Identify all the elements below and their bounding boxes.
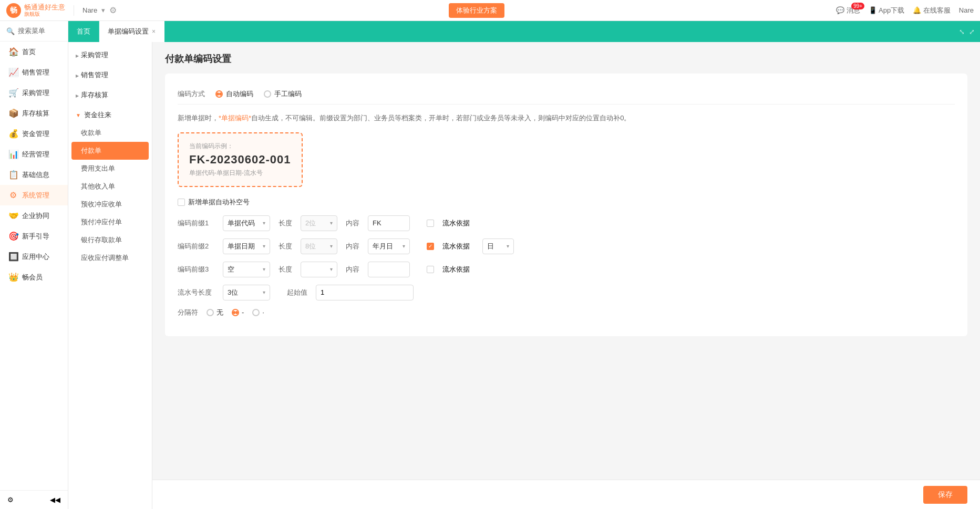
sidebar-search[interactable]: 🔍 搜索菜单 [0,21,68,41]
sidebar-item-operations[interactable]: 📊 经营管理 [0,144,68,164]
user-name[interactable]: Nare [959,6,974,14]
topbar: 畅 畅通通好生意 旗舰版 Nare ▾ ⚙ 体验行业方案 💬 消息 99+ 📱 … [0,0,980,21]
sidebar-item-member[interactable]: 👑 畅会员 [0,267,68,287]
trial-button[interactable]: 体验行业方案 [449,3,504,18]
separator-dot[interactable]: - [232,308,244,316]
start-value-label: 起始值 [287,288,307,297]
prefix-arrow-1: ▾ [263,220,265,226]
app-download-icon: 📱 [869,6,877,14]
tab-bar: 首页 单据编码设置 × ⤡ ⤢ [68,21,980,42]
content-select-2[interactable]: 年月日 ▾ [368,238,410,254]
sub-group-arrow-purchase [76,53,79,58]
sidebar-item-sales[interactable]: 📈 销售管理 [0,62,68,82]
auto-encoding-radio[interactable]: 自动编码 [215,89,253,99]
separator-none-dot [207,309,214,316]
tab-home[interactable]: 首页 [68,21,99,42]
logo-icon: 畅 [6,3,21,18]
prefix-value-2: 单据日期 [228,242,255,251]
sidebar: 🔍 搜索菜单 🏠 首页 📈 销售管理 🛒 采购管理 📦 库存核算 💰 [0,21,68,509]
sub-group-label-sales: 销售管理 [81,70,108,80]
sub-leaf-pre-payment[interactable]: 预付冲应付单 [68,213,152,231]
content-value-1: FK [368,215,410,231]
sidebar-item-enterprise[interactable]: 🤝 企业协同 [0,205,68,226]
serial-length-label: 流水号长度 [178,288,214,297]
sidebar-label-apps: 应用中心 [22,252,49,262]
enterprise-icon: 🤝 [8,211,18,221]
sidebar-label-home: 首页 [22,47,36,57]
topbar-settings-icon[interactable]: ⚙ [109,5,117,15]
content-label-2: 内容 [346,242,359,251]
sidebar-item-finance[interactable]: 💰 资金管理 [0,123,68,144]
length-select-3[interactable]: ▾ [301,262,337,277]
sidebar-item-home[interactable]: 🏠 首页 [0,41,68,62]
messages-button[interactable]: 💬 消息 99+ [836,6,860,15]
sidebar-footer-settings-icon[interactable]: ⚙ [7,496,14,504]
sub-group-arrow-capital: ▼ [76,112,81,118]
serial-length-value: 3位 [228,288,238,297]
finance-icon: 💰 [8,129,18,139]
tab-close-icon[interactable]: × [152,28,156,35]
prefix-select-3[interactable]: 空 ▾ [223,262,270,277]
sidebar-footer: ⚙ ◀◀ [0,490,68,509]
preview-parts: 单据代码-单据日期-流水号 [189,169,291,178]
tab-minimize-icon[interactable]: ⤡ [959,28,965,36]
sub-group-title-purchase[interactable]: 采购管理 [68,46,152,64]
watermark-checkbox-2[interactable]: ✓ [427,243,434,250]
sub-leaf-expense[interactable]: 费用支出单 [68,160,152,178]
customer-service-icon: 🔔 [913,6,921,14]
tab-encoding[interactable]: 单据编码设置 × [99,21,164,42]
length-select-2[interactable]: 8位 ▾ [301,238,337,254]
save-button[interactable]: 保存 [923,486,967,504]
auto-fill-checkbox[interactable] [178,199,185,206]
customer-service-button[interactable]: 🔔 在线客服 [913,6,951,15]
prefix-select-1[interactable]: 单据代码 ▾ [223,215,270,231]
sub-group-title-sales[interactable]: 销售管理 [68,66,152,84]
content-arrow-2: ▾ [403,243,405,249]
sidebar-item-apps[interactable]: 🔲 应用中心 [0,246,68,267]
footer-bar: 保存 [152,480,980,509]
prefix-select-2[interactable]: 单据日期 ▾ [223,238,270,254]
sidebar-label-member: 畅会员 [22,273,43,282]
sub-group-label-purchase: 采购管理 [81,50,108,60]
watermark-label-3: 流水依据 [442,265,470,274]
separator-dot-label: - [242,308,244,316]
content-label-1: 内容 [346,219,359,228]
sidebar-search-label: 搜索菜单 [18,26,45,36]
sidebar-item-basic[interactable]: 📋 基础信息 [0,164,68,185]
tab-maximize-icon[interactable]: ⤢ [969,28,975,36]
manual-encoding-radio[interactable]: 手工编码 [264,89,302,99]
sub-leaf-adjustment[interactable]: 应收应付调整单 [68,249,152,267]
length-value-2: 8位 [305,242,316,251]
watermark-label-1: 流水依据 [442,219,470,228]
sub-group-title-capital[interactable]: ▼ 资金往来 [68,106,152,124]
length-select-1[interactable]: 2位 ▾ [301,215,337,231]
sidebar-footer-collapse-icon[interactable]: ◀◀ [50,496,60,504]
app-download-button[interactable]: 📱 App下载 [869,6,904,15]
separator-none[interactable]: 无 [207,308,223,317]
watermark-checkbox-1[interactable] [427,220,434,227]
tab-bar-right: ⤡ ⤢ [959,28,975,36]
sub-group-title-inventory[interactable]: 库存核算 [68,86,152,104]
sub-leaf-bank[interactable]: 银行存取款单 [68,231,152,249]
sidebar-item-purchase[interactable]: 🛒 采购管理 [0,82,68,103]
period-select-2[interactable]: 日 ▾ [482,238,514,254]
sub-leaf-other-income[interactable]: 其他收入单 [68,178,152,195]
sub-leaf-payment[interactable]: 付款单 [71,142,149,160]
separator-dash-label: · [262,308,264,316]
apps-icon: 🔲 [8,252,18,262]
sidebar-item-system[interactable]: ⚙ 系统管理 [0,185,68,205]
separator-dash[interactable]: · [252,308,264,316]
topbar-arrows[interactable]: ▾ [101,6,105,14]
watermark-checkbox-3[interactable] [427,266,434,273]
auto-encoding-dot [215,90,223,98]
start-value-input[interactable] [316,285,414,300]
inventory-icon: 📦 [8,108,18,118]
length-arrow-3: ▾ [330,266,333,272]
sub-group-sales: 销售管理 [68,66,152,84]
auto-fill-row[interactable]: 新增单据自动补空号 [178,198,955,207]
serial-length-select[interactable]: 3位 ▾ [223,285,270,300]
sidebar-item-inventory[interactable]: 📦 库存核算 [0,103,68,123]
sidebar-item-guide[interactable]: 🎯 新手引导 [0,226,68,246]
sub-leaf-pre-receipt[interactable]: 预收冲应收单 [68,195,152,213]
sub-leaf-receipt[interactable]: 收款单 [68,124,152,142]
